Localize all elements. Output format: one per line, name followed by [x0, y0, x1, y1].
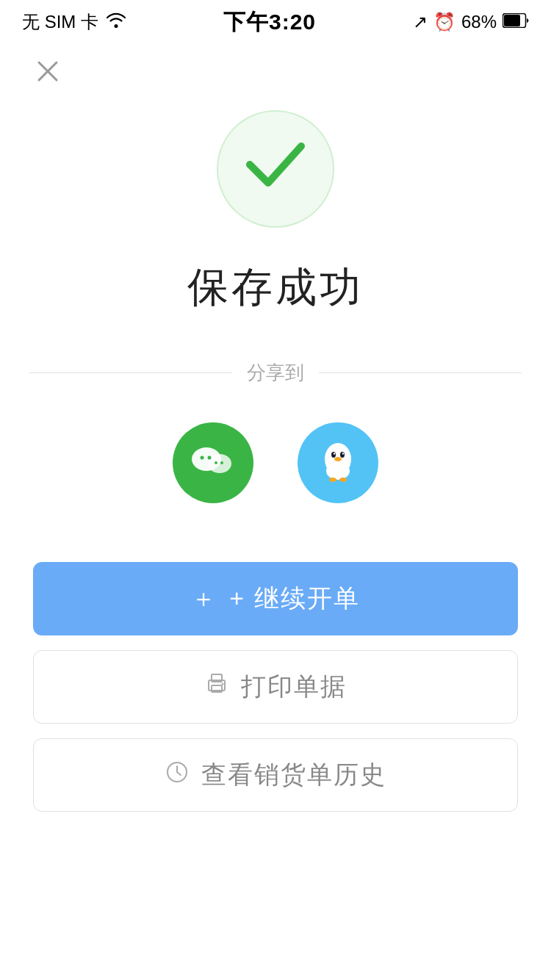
svg-point-8: [215, 461, 217, 464]
divider-line-right: [319, 372, 522, 373]
continue-button[interactable]: ＋ + 继续开单: [33, 562, 518, 635]
svg-point-19: [339, 478, 347, 482]
divider-line-left: [29, 372, 232, 373]
svg-point-17: [326, 462, 350, 480]
main-content: 保存成功 分享到: [0, 44, 551, 812]
alarm-icon: ⏰: [433, 12, 455, 32]
share-icons: [173, 422, 378, 503]
continue-label: + 继续开单: [229, 582, 359, 616]
battery-text: 68%: [461, 12, 497, 32]
svg-point-14: [334, 453, 335, 454]
svg-point-7: [208, 456, 212, 460]
status-left: 无 SIM 卡: [22, 10, 126, 34]
status-time: 下午3:20: [223, 7, 316, 37]
svg-point-15: [342, 453, 344, 454]
share-wechat-button[interactable]: [173, 422, 253, 503]
svg-point-18: [329, 478, 336, 482]
wifi-icon: [106, 12, 126, 32]
action-buttons: ＋ + 继续开单 打印单据 查看销货单历史: [33, 562, 518, 812]
svg-rect-1: [504, 15, 520, 26]
history-label: 查看销货单历史: [201, 758, 386, 792]
no-sim-text: 无 SIM 卡: [22, 10, 98, 34]
svg-point-16: [334, 457, 342, 461]
close-button[interactable]: [29, 53, 66, 90]
svg-point-13: [340, 452, 345, 458]
print-button[interactable]: 打印单据: [33, 650, 518, 724]
svg-point-6: [201, 456, 204, 460]
printer-icon: [204, 671, 229, 702]
svg-point-23: [222, 683, 224, 685]
success-title: 保存成功: [187, 260, 364, 316]
battery-icon: [503, 12, 529, 32]
status-bar: 无 SIM 卡 下午3:20 ↗ ⏰ 68%: [0, 0, 551, 44]
share-label: 分享到: [232, 360, 319, 386]
svg-point-5: [208, 454, 231, 473]
checkmark-icon: [242, 135, 309, 203]
plus-icon: ＋: [191, 582, 217, 616]
share-divider: 分享到: [0, 360, 551, 386]
svg-point-12: [331, 452, 336, 458]
history-button[interactable]: 查看销货单历史: [33, 738, 518, 812]
location-icon: ↗: [413, 12, 428, 32]
status-right: ↗ ⏰ 68%: [413, 12, 529, 32]
share-qq-button[interactable]: [298, 422, 378, 503]
svg-point-9: [220, 461, 223, 464]
clock-icon: [165, 760, 190, 790]
print-label: 打印单据: [241, 670, 347, 704]
success-circle: [217, 110, 334, 228]
